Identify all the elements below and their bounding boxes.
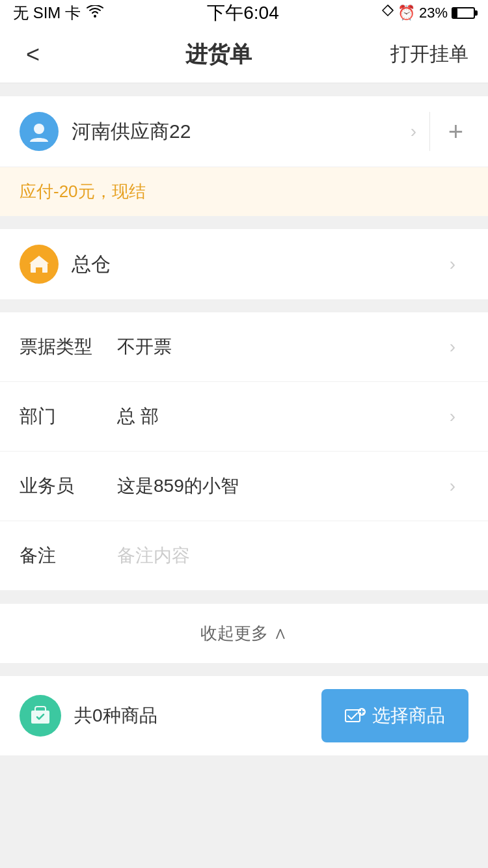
svg-point-1 [34,124,44,134]
supplier-chevron-icon: › [411,121,416,142]
status-bar: 无 SIM 卡 下午6:04 ⏰ 23% [0,0,488,26]
battery-percent: 23% [419,5,448,21]
invoice-label: 票据类型 [20,334,111,359]
carrier-text: 无 SIM 卡 [13,3,81,23]
warehouse-row[interactable]: 总仓 › [0,229,488,299]
form-section: 票据类型 不开票 › 部门 总 部 › 业务员 这是859的小智 › 备注 备注… [0,312,488,590]
select-product-button[interactable]: 选择商品 [321,689,468,742]
collapse-row[interactable]: 收起更多 ∧ [0,603,488,663]
svg-marker-3 [29,256,49,264]
remark-row[interactable]: 备注 备注内容 [0,521,488,590]
department-label: 部门 [20,404,111,429]
warehouse-chevron-icon: › [450,254,455,275]
invoice-value: 不开票 [111,334,450,359]
product-icon [20,695,61,737]
supplier-name: 河南供应商22 [72,118,411,145]
status-left: 无 SIM 卡 [13,3,104,23]
status-time: 下午6:04 [207,1,279,25]
page-background [0,755,488,868]
svg-point-0 [94,15,96,18]
supplier-avatar [20,112,59,151]
product-count: 共0种商品 [74,703,321,728]
remark-label: 备注 [20,543,111,568]
salesperson-value: 这是859的小智 [111,474,450,498]
salesperson-row[interactable]: 业务员 这是859的小智 › [0,452,488,521]
select-product-label: 选择商品 [372,703,445,728]
status-right: ⏰ 23% [382,5,475,21]
department-row[interactable]: 部门 总 部 › [0,382,488,452]
supplier-row[interactable]: 河南供应商22 › + [0,96,488,167]
alarm-icon: ⏰ [398,5,415,21]
warehouse-section: 总仓 › [0,229,488,299]
warehouse-icon [20,245,59,284]
page-title: 进货单 [185,40,252,70]
location-icon [382,5,394,21]
department-value: 总 部 [111,404,450,429]
bottom-bar: 共0种商品 选择商品 [0,676,488,755]
department-chevron-icon: › [450,406,455,427]
collapse-label: 收起更多 ∧ [200,622,287,645]
notice-bar: 应付-20元，现结 [0,167,488,216]
salesperson-label: 业务员 [20,474,111,498]
nav-bar: < 进货单 打开挂单 [0,26,488,83]
top-divider [0,83,488,96]
add-supplier-button[interactable]: + [429,112,468,151]
remark-input[interactable]: 备注内容 [111,543,468,568]
back-button[interactable]: < [20,34,46,75]
open-pending-button[interactable]: 打开挂单 [390,41,468,68]
supplier-section: 河南供应商22 › + 应付-20元，现结 [0,96,488,216]
salesperson-chevron-icon: › [450,476,455,496]
svg-rect-4 [36,267,42,273]
invoice-chevron-icon: › [450,336,455,357]
warehouse-name: 总仓 [72,251,450,278]
invoice-row[interactable]: 票据类型 不开票 › [0,312,488,382]
wifi-icon [86,4,104,22]
battery-icon [452,7,475,19]
notice-text: 应付-20元，现结 [20,182,146,201]
